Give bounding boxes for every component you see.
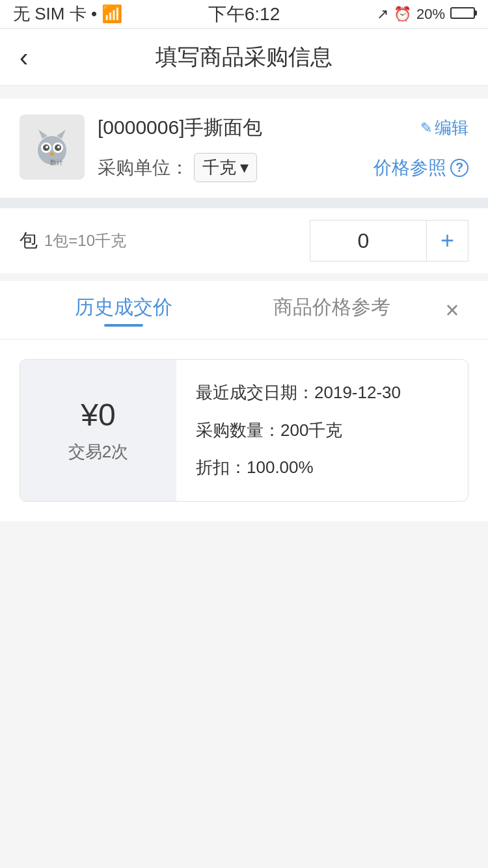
price-ref-label: 价格参照 (373, 156, 446, 180)
status-icons: ↗ ⏰ 20% (377, 6, 475, 23)
edit-button[interactable]: ✎ 编辑 (420, 116, 468, 139)
svg-marker-2 (57, 129, 66, 139)
qty-detail-label: 采购数量： (196, 420, 280, 440)
history-price-section: ¥0 交易2次 (20, 360, 176, 501)
history-details: 最近成交日期：2019-12-30 采购数量：200千克 折扣：100.00% (176, 360, 468, 501)
history-discount-row: 折扣：100.00% (196, 454, 448, 481)
tab-history-price[interactable]: 历史成交价 (20, 294, 228, 326)
qty-detail-value: 200千克 (280, 420, 342, 440)
tab-product-price-ref[interactable]: 商品价格参考 (228, 294, 436, 326)
tabs-header: 历史成交价 商品价格参考 × (0, 281, 488, 340)
unit-value: 千克 (202, 156, 236, 179)
tab-content-history: ¥0 交易2次 最近成交日期：2019-12-30 采购数量：200千克 折扣：… (0, 340, 488, 521)
section-divider (0, 198, 488, 208)
tabs-section: 历史成交价 商品价格参考 × ¥0 交易2次 最近成交日期：2019-12-30… (0, 281, 488, 521)
alarm-icon: ⏰ (394, 6, 411, 23)
history-date-row: 最近成交日期：2019-12-30 (196, 379, 448, 407)
svg-marker-1 (38, 129, 47, 139)
nav-bar: ‹ 填写商品采购信息 (0, 29, 488, 86)
svg-point-7 (46, 146, 48, 148)
history-qty-row: 采购数量：200千克 (196, 417, 448, 444)
footer-space (0, 521, 488, 868)
dropdown-arrow: ▾ (240, 157, 249, 178)
help-icon: ? (450, 159, 468, 177)
date-label: 最近成交日期： (196, 383, 314, 402)
history-price-value: ¥0 (81, 397, 115, 433)
status-network: 无 SIM 卡 • 📶 (13, 3, 122, 25)
qty-input[interactable] (310, 220, 427, 262)
history-card: ¥0 交易2次 最近成交日期：2019-12-30 采购数量：200千克 折扣：… (20, 359, 468, 502)
battery-percent: 20% (416, 6, 445, 23)
location-icon: ↗ (377, 6, 388, 23)
history-trades: 交易2次 (68, 441, 128, 463)
back-button[interactable]: ‹ (20, 44, 28, 70)
owl-logo-svg: 数计 (29, 124, 75, 170)
page-title: 填写商品采购信息 (156, 42, 332, 72)
price-ref-button[interactable]: 价格参照 ? (373, 156, 468, 180)
battery-icon (450, 6, 475, 23)
product-info: [0000006]手撕面包 ✎ 编辑 采购单位： 千克 ▾ 价格参照 ? (98, 115, 468, 182)
edit-icon: ✎ (420, 120, 432, 137)
tabs-close-button[interactable]: × (436, 294, 468, 327)
svg-point-8 (57, 146, 60, 148)
date-value: 2019-12-30 (314, 383, 401, 402)
qty-plus-button[interactable]: + (427, 220, 468, 262)
qty-unit-name: 包 (20, 228, 38, 253)
status-time: 下午6:12 (208, 2, 280, 27)
product-title: [0000006]手撕面包 (98, 115, 262, 141)
unit-label: 采购单位： (98, 156, 189, 180)
quantity-row: 包 1包=10千克 + (0, 208, 488, 273)
product-card: 数计 [0000006]手撕面包 ✎ 编辑 采购单位： 千克 ▾ (0, 99, 488, 198)
unit-select[interactable]: 千克 ▾ (194, 153, 257, 182)
discount-label: 折扣： (196, 457, 247, 477)
qty-conversion: 1包=10千克 (44, 230, 126, 251)
status-bar: 无 SIM 卡 • 📶 下午6:12 ↗ ⏰ 20% (0, 0, 488, 29)
qty-input-group: + (310, 220, 468, 262)
svg-text:数计: 数计 (50, 159, 63, 166)
edit-label: 编辑 (435, 116, 468, 139)
discount-value: 100.00% (247, 457, 314, 477)
product-thumbnail: 数计 (20, 115, 85, 180)
